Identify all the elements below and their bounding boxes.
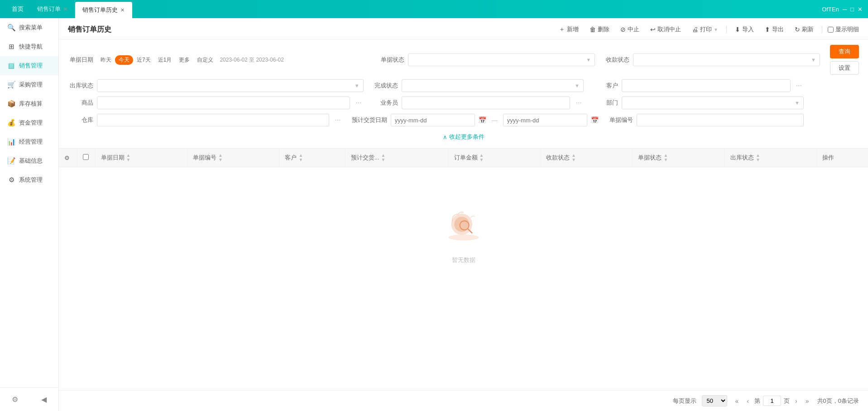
date-btn-today[interactable]: 今天 — [115, 55, 133, 65]
sidebar-item-search-menu[interactable]: 🔍 搜索菜单 — [0, 18, 58, 37]
sidebar-item-finance[interactable]: 💰 资金管理 — [0, 113, 58, 132]
out-status-sort-icon: ▲▼ — [756, 153, 760, 162]
doc-number-label: 单据编号 — [608, 116, 633, 124]
first-page-btn[interactable]: « — [733, 396, 742, 406]
th-checkbox[interactable] — [77, 149, 95, 167]
th-settings[interactable]: ⚙ — [59, 149, 77, 167]
sidebar-settings-btn[interactable]: ⚙ — [8, 392, 22, 407]
import-btn[interactable]: ⬇ 导入 — [732, 24, 757, 35]
date-btn-yesterday[interactable]: 昨天 — [97, 55, 115, 65]
max-btn[interactable]: □ — [850, 6, 854, 13]
tab-home[interactable]: 首页 — [5, 0, 30, 18]
sidebar-item-inventory[interactable]: 📦 库存核算 — [0, 94, 58, 113]
top-bar-right: OfTEn ─ □ ✕ — [822, 6, 863, 13]
table-body: 暂无数据 — [59, 167, 868, 301]
stop-icon: ⊘ — [620, 26, 626, 33]
tab-sales-history[interactable]: 销售订单历史 ✕ — [75, 2, 132, 18]
th-out-status[interactable]: 出库状态 ▲▼ — [724, 149, 816, 167]
sidebar-item-purchase-mgmt[interactable]: 🛒 采购管理 — [0, 75, 58, 94]
th-out-status-sort[interactable]: 出库状态 ▲▼ — [730, 153, 811, 162]
collapse-label: 收起更多条件 — [449, 133, 484, 141]
page-size-select[interactable]: 20 50 100 200 — [702, 395, 727, 406]
calendar-start-icon[interactable]: 📅 — [479, 116, 486, 124]
customer-dots[interactable]: ··· — [794, 82, 804, 90]
sidebar-item-operations[interactable]: 📊 经营管理 — [0, 132, 58, 151]
sales-mgmt-icon: ▤ — [7, 62, 15, 70]
prev-page-btn[interactable]: ‹ — [744, 396, 752, 406]
delete-icon: 🗑 — [590, 26, 596, 33]
sys-mgmt-icon: ⚙ — [7, 176, 15, 184]
th-doc-status-sort[interactable]: 单据状态 ▲▼ — [638, 153, 719, 162]
salesperson-dots[interactable]: ··· — [574, 99, 583, 107]
last-page-btn[interactable]: » — [803, 396, 812, 406]
calendar-end-icon[interactable]: 📅 — [591, 116, 599, 124]
close-app-btn[interactable]: ✕ — [858, 6, 863, 13]
th-customer-sort[interactable]: 客户 ▲▼ — [285, 153, 339, 162]
main-layout: 🔍 搜索菜单 ⊞ 快捷导航 ▤ 销售管理 🛒 采购管理 📦 库存核算 💰 资金管… — [0, 18, 868, 411]
cancel-stop-btn[interactable]: ↩ 取消中止 — [647, 24, 684, 35]
customer-input[interactable] — [622, 79, 791, 92]
export-btn[interactable]: ⬆ 导出 — [762, 24, 786, 35]
complete-status-select[interactable]: ▼ — [402, 79, 584, 92]
date-btn-custom[interactable]: 自定义 — [193, 55, 217, 65]
th-amount[interactable]: 订单金额 ▲▼ — [448, 149, 540, 167]
payment-status-select[interactable]: ▼ — [633, 53, 820, 66]
customer-filter-label: 客户 — [593, 82, 618, 90]
cancel-stop-icon: ↩ — [650, 26, 656, 33]
salesperson-input[interactable] — [402, 97, 571, 109]
tab-sales-order[interactable]: 销售订单 ✕ — [30, 0, 75, 18]
sidebar-item-sales-mgmt[interactable]: ▤ 销售管理 — [0, 56, 58, 75]
query-btn[interactable]: 查询 — [830, 45, 859, 58]
date-btn-more[interactable]: 更多 — [175, 55, 193, 65]
add-btn[interactable]: ＋ 新增 — [556, 24, 581, 35]
sidebar-item-basic-info[interactable]: 📝 基础信息 — [0, 151, 58, 170]
th-delivery-date[interactable]: 预计交货... ▲▼ — [345, 149, 448, 167]
warehouse-input[interactable] — [97, 114, 329, 126]
dept-select[interactable]: ▼ — [622, 97, 804, 109]
filter-row-1: 单据日期 昨天 今天 近7天 近1月 更多 自定义 2023-06-02 至 2… — [68, 45, 859, 75]
delivery-start-input[interactable] — [391, 114, 475, 126]
th-amount-sort[interactable]: 订单金额 ▲▼ — [454, 153, 535, 162]
refresh-btn[interactable]: ↻ 刷新 — [792, 24, 816, 35]
print-btn[interactable]: 🖨 打印 ▼ — [689, 24, 721, 35]
date-btn-1month[interactable]: 近1月 — [154, 55, 176, 65]
out-status-select[interactable]: ▼ — [97, 79, 364, 92]
import-icon: ⬇ — [735, 26, 740, 33]
th-payment-status[interactable]: 收款状态 ▲▼ — [540, 149, 632, 167]
collapse-icon: ∧ — [443, 134, 447, 140]
th-customer[interactable]: 客户 ▲▼ — [279, 149, 345, 167]
add-icon: ＋ — [559, 25, 565, 34]
action-btns: 查询 设置 — [830, 45, 859, 75]
collapse-btn[interactable]: ∧ 收起更多条件 — [68, 131, 859, 143]
display-detail-checkbox[interactable] — [828, 27, 834, 33]
min-btn[interactable]: ─ — [843, 6, 847, 13]
warehouse-dots[interactable]: ··· — [333, 116, 342, 124]
sidebar-item-sys-mgmt[interactable]: ⚙ 系统管理 — [0, 170, 58, 189]
set-btn[interactable]: 设置 — [830, 61, 859, 75]
next-page-btn[interactable]: › — [792, 396, 800, 406]
product-dots[interactable]: ··· — [354, 99, 363, 107]
th-number[interactable]: 单据编号 ▲▼ — [187, 149, 279, 167]
th-delivery-sort[interactable]: 预计交货... ▲▼ — [351, 153, 443, 162]
date-btn-7days[interactable]: 近7天 — [133, 55, 154, 65]
th-number-sort[interactable]: 单据编号 ▲▼ — [193, 153, 273, 162]
product-input[interactable] — [97, 97, 350, 109]
delivery-sort-icon: ▲▼ — [381, 153, 386, 162]
delivery-end-input[interactable] — [503, 114, 587, 126]
th-date-sort[interactable]: 单据日期 ▲▼ — [101, 153, 182, 162]
search-menu-icon: 🔍 — [7, 24, 15, 32]
stop-btn[interactable]: ⊘ 中止 — [618, 24, 642, 35]
doc-number-input[interactable] — [637, 114, 804, 126]
close-sales-history-tab[interactable]: ✕ — [120, 7, 125, 13]
page-input[interactable] — [763, 396, 781, 406]
th-payment-sort[interactable]: 收款状态 ▲▼ — [546, 153, 627, 162]
select-all-checkbox[interactable] — [83, 154, 89, 160]
th-date[interactable]: 单据日期 ▲▼ — [95, 149, 187, 167]
sidebar-label-finance: 资金管理 — [19, 119, 43, 127]
sidebar-collapse-btn[interactable]: ◀ — [38, 392, 50, 407]
sidebar-item-quick-nav[interactable]: ⊞ 快捷导航 — [0, 37, 58, 56]
close-sales-order-tab[interactable]: ✕ — [63, 6, 67, 12]
th-doc-status[interactable]: 单据状态 ▲▼ — [633, 149, 724, 167]
delete-btn[interactable]: 🗑 删除 — [587, 24, 612, 35]
doc-status-select[interactable]: ▼ — [408, 53, 595, 66]
